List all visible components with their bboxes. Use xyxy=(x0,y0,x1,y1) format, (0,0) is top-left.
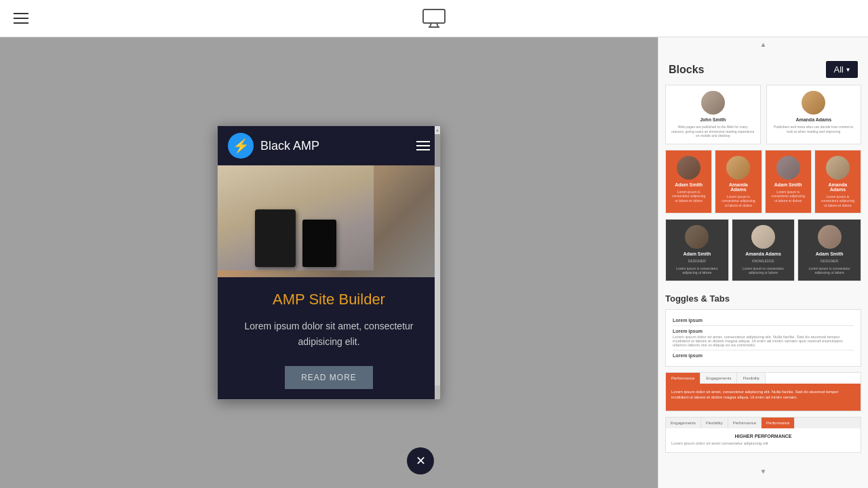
desc-dark-2: Lorem ipsum is consectetur adipiscing ut… xyxy=(738,266,789,275)
role-dark-3: DESIGNER xyxy=(821,259,838,264)
scrollbar-thumb-bottom xyxy=(435,386,440,399)
team-card-orange-1[interactable]: Adam Smith Lorem ipsum is consectetur ad… xyxy=(665,150,712,214)
mobile-body-text: Lorem ipsum dolor sit amet, consectetur … xyxy=(231,319,427,349)
avatar-orange-4 xyxy=(826,156,850,180)
avatar-dark-3 xyxy=(818,225,842,249)
toggle-item-3[interactable]: Lorem ipsum xyxy=(673,350,854,361)
tab-engagements[interactable]: Engagements xyxy=(701,373,737,384)
hero-phones xyxy=(218,165,374,270)
avatar-dark-1 xyxy=(685,225,709,249)
tab-content-area-1: Lorem ipsum dolor sit amet, consectetur … xyxy=(666,384,861,411)
panel-content: John Smith Web pages are published to th… xyxy=(658,85,868,465)
header xyxy=(0,0,868,37)
tab-engagements-2[interactable]: Engagements xyxy=(666,418,701,428)
tab-dark-headline: HIGHER PERFORMANCE xyxy=(671,434,855,439)
canvas-area: ▲ ⚡ Black AMP xyxy=(0,37,658,488)
desc-orange-2: Lorem ipsum is consectetur adipiscing ut… xyxy=(721,195,755,208)
toggle-item-1[interactable]: Lorem ipsum xyxy=(673,315,854,326)
name-orange-2: Amanda Adams xyxy=(721,182,755,192)
toggle-title-3: Lorem ipsum xyxy=(673,353,854,358)
toggle-title-1: Lorem ipsum xyxy=(673,318,854,323)
tabs-block-card-2[interactable]: Engagements Flexibility Performance Perf… xyxy=(665,417,861,453)
tabs-block-card-1[interactable]: Performance Engagements Flexibility Lore… xyxy=(665,372,861,411)
team-card-orange-4[interactable]: Amanda Adams Lorem ipsum is consectetur … xyxy=(814,150,861,214)
desc-orange-1: Lorem ipsum is consectetur adipiscing ut… xyxy=(671,190,706,203)
avatar-orange-1 xyxy=(677,156,701,180)
tab-performance-active-2[interactable]: Performance xyxy=(762,418,795,428)
team-2col-grid: John Smith Web pages are published to th… xyxy=(665,85,861,144)
desc-dark-1: Lorem ipsum is consectetur adipiscing ut… xyxy=(671,266,723,275)
phone-device-large xyxy=(255,209,296,267)
all-filter-button[interactable]: All ▾ xyxy=(826,61,858,78)
desc-orange-4: Lorem ipsum is consectetur adipiscing ut… xyxy=(821,195,855,208)
nav-title: Black AMP xyxy=(260,139,416,153)
tab-performance[interactable]: Performance xyxy=(666,373,701,384)
toggle-item-2[interactable]: Lorem ipsum Lorem ipsum dolor sit amet, … xyxy=(673,326,854,350)
team-3col-grid: Adam Smith DESIGNER Lorem ipsum is conse… xyxy=(665,219,861,281)
tab-flexibility[interactable]: Flexibility xyxy=(737,373,766,384)
panel-scroll-down[interactable]: ▼ xyxy=(658,465,868,479)
name-dark-3: Adam Smith xyxy=(816,251,844,256)
role-dark-1: DESIGNER xyxy=(688,259,706,264)
tabs-header-2: Engagements Flexibility Performance Perf… xyxy=(666,418,861,428)
tab-dark-desc: Lorem ipsum dolor sit amet consectetur a… xyxy=(671,441,855,445)
close-icon: ✕ xyxy=(416,453,426,468)
mobile-navbar: ⚡ Black AMP xyxy=(218,126,440,165)
bolt-icon: ⚡ xyxy=(233,138,250,154)
tabs-header-1: Performance Engagements Flexibility xyxy=(666,373,861,384)
dropdown-arrow-icon: ▾ xyxy=(846,66,850,73)
name-dark-1: Adam Smith xyxy=(683,251,711,256)
name-orange-4: Amanda Adams xyxy=(821,182,855,192)
name-orange-1: Adam Smith xyxy=(675,182,703,187)
desc-orange-3: Lorem ipsum is consectetur adipiscing ut… xyxy=(771,190,806,203)
tab-content-text-1: Lorem ipsum dolor sit amet, consectetur … xyxy=(671,389,855,401)
phone-device-small xyxy=(302,220,336,267)
team-4col-grid: Adam Smith Lorem ipsum is consectetur ad… xyxy=(665,150,861,214)
nav-logo: ⚡ xyxy=(228,133,254,159)
name-dark-2: Amanda Adams xyxy=(745,251,781,256)
close-button[interactable]: ✕ xyxy=(407,447,434,474)
tab-dark-content: HIGHER PERFORMANCE Lorem ipsum dolor sit… xyxy=(666,428,861,452)
tab-flexibility-2[interactable]: Flexibility xyxy=(701,418,728,428)
avatar-dark-2 xyxy=(751,225,775,249)
read-more-button[interactable]: READ MORE xyxy=(285,366,373,389)
monitor-icon xyxy=(422,8,446,28)
role-dark-2: KNOWLEDGE xyxy=(752,259,774,264)
mobile-headline: AMP Site Builder xyxy=(231,291,427,308)
team-card-dark-3[interactable]: Adam Smith DESIGNER Lorem ipsum is conse… xyxy=(797,219,861,281)
name-orange-3: Adam Smith xyxy=(774,182,802,187)
desc-amanda: Publishers and news sites can decide how… xyxy=(772,125,856,134)
name-amanda: Amanda Adams xyxy=(795,117,831,122)
avatar-orange-3 xyxy=(776,156,800,180)
toggle-content-2: Lorem ipsum dolor sit amet, consectetur … xyxy=(673,335,854,347)
name-john: John Smith xyxy=(700,117,726,122)
mobile-preview: ▲ ⚡ Black AMP xyxy=(217,125,441,400)
toggles-tabs-label: Toggles & Tabs xyxy=(665,287,861,309)
panel-header: Blocks All ▾ xyxy=(658,51,868,85)
right-panel: ▲ Blocks All ▾ John Smith Web pages are … xyxy=(658,37,868,488)
panel-scroll-up[interactable]: ▲ xyxy=(658,37,868,51)
toggle-title-2: Lorem ipsum xyxy=(673,329,854,333)
avatar-john xyxy=(701,91,725,115)
mobile-scrollbar[interactable] xyxy=(435,126,440,399)
hamburger-menu[interactable] xyxy=(14,13,28,24)
all-button-label: All xyxy=(834,64,844,75)
main-area: ▲ ⚡ Black AMP xyxy=(0,37,868,488)
team-card-orange-2[interactable]: Amanda Adams Lorem ipsum is consectetur … xyxy=(715,150,762,214)
team-card-dark-2[interactable]: Amanda Adams KNOWLEDGE Lorem ipsum is co… xyxy=(732,219,795,281)
team-card-john[interactable]: John Smith Web pages are published to th… xyxy=(665,85,761,144)
hero-image xyxy=(218,165,440,277)
scroll-up-arrow[interactable]: ▲ xyxy=(435,126,440,134)
svg-rect-0 xyxy=(423,9,445,23)
mobile-body: AMP Site Builder Lorem ipsum dolor sit a… xyxy=(218,277,440,399)
desc-john: Web pages are published to the Web for m… xyxy=(671,125,755,138)
nav-hamburger[interactable] xyxy=(416,141,430,150)
avatar-amanda xyxy=(802,91,825,115)
toggle-block-card[interactable]: Lorem ipsum Lorem ipsum Lorem ipsum dolo… xyxy=(665,309,861,367)
avatar-orange-2 xyxy=(726,156,750,180)
team-card-orange-3[interactable]: Adam Smith Lorem ipsum is consectetur ad… xyxy=(765,150,812,214)
tab-performance-2[interactable]: Performance xyxy=(728,418,762,428)
team-card-amanda[interactable]: Amanda Adams Publishers and news sites c… xyxy=(766,85,862,144)
team-card-dark-1[interactable]: Adam Smith DESIGNER Lorem ipsum is conse… xyxy=(665,219,729,281)
desc-dark-3: Lorem ipsum is consectetur adipiscing ut… xyxy=(804,266,855,275)
